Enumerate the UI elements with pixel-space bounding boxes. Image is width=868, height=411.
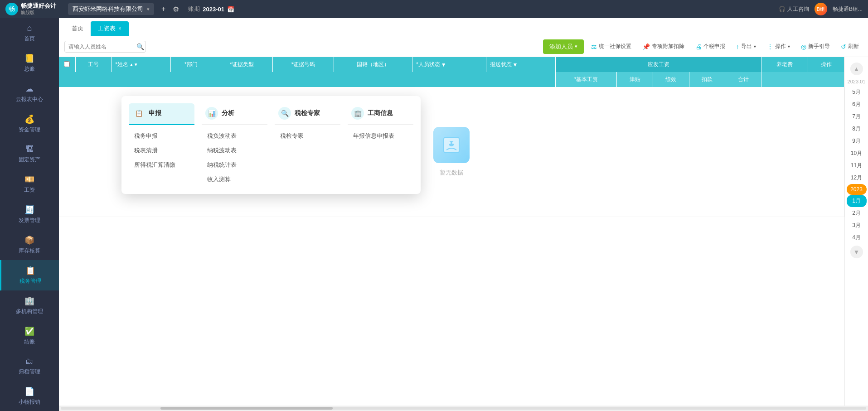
content-area: 工号 *姓名 ▲▼ *部门 *证据类型 *证据号码 国籍（地区） — [59, 57, 868, 406]
sidebar-item-tax[interactable]: 📋 税务管理 — [0, 260, 59, 290]
period-info: 账期 2023-01 📅 — [188, 5, 234, 13]
menu-item-tax-stats[interactable]: 纳税统计表 — [202, 158, 267, 172]
menu-item-tax-burden[interactable]: 税负波动表 — [202, 129, 267, 143]
filter-icon: ▼ — [441, 62, 446, 68]
svg-point-1 — [449, 141, 454, 146]
timeline-month-7[interactable]: 7月 — [847, 111, 867, 123]
dropdown-section-tax-expert: 🔍 税检专家 税检专家 — [275, 103, 340, 187]
tab-salary[interactable]: 工资表 × — [91, 21, 129, 36]
guide-button[interactable]: ◎ 新手引导 — [797, 41, 834, 52]
filter-icon: ▼ — [513, 62, 518, 68]
search-input[interactable] — [68, 44, 136, 50]
checkbox-all-header — [59, 57, 75, 72]
app-edition: 旗舰版 — [21, 10, 56, 16]
top-header: 畅 畅捷通好会计 旗舰版 西安虾米网络科技有限公司 ▾ + ⚙ 账期 2023-… — [0, 0, 868, 18]
refresh-button[interactable]: ↺ 刷新 — [837, 41, 863, 52]
timeline-year-2023[interactable]: 2023 — [847, 184, 867, 195]
social-security-button[interactable]: ⚖ 统一社保设置 — [587, 41, 635, 52]
section-header-analysis: 📊 分析 — [202, 103, 267, 125]
section-header-tax-expert: 🔍 税检专家 — [275, 103, 340, 125]
sidebar-item-salary[interactable]: 💴 工资 — [0, 169, 59, 199]
sidebar-item-home[interactable]: ⌂ 首页 — [0, 18, 59, 48]
timeline-month-9[interactable]: 9月 — [847, 135, 867, 147]
add-company-button[interactable]: + — [160, 3, 167, 15]
col-id: 工号 — [75, 57, 112, 72]
col-pension: 养老费 — [761, 57, 808, 72]
menu-item-income-tax-settlement[interactable]: 所得税汇算清缴 — [129, 158, 194, 172]
tab-home[interactable]: 首页 — [64, 21, 91, 36]
timeline-month-6[interactable]: 6月 — [847, 98, 867, 111]
headset-icon: 🎧 — [779, 6, 786, 12]
timeline-month-5[interactable]: 5月 — [847, 86, 867, 98]
guide-icon: ◎ — [801, 43, 806, 50]
timeline-month-2[interactable]: 2月 — [847, 207, 867, 219]
select-all-checkbox[interactable] — [64, 61, 70, 67]
menu-item-annual-report[interactable]: 年报信息申报表 — [348, 129, 413, 143]
sub-total: 合计 — [725, 72, 761, 87]
sidebar-item-cloud[interactable]: ☁ 云报表中心 — [0, 78, 59, 109]
timeline-month-1[interactable]: 1月 — [847, 195, 867, 207]
menu-item-income-estimate[interactable]: 收入测算 — [202, 172, 267, 187]
col-id-no: *证据号码 — [272, 57, 334, 72]
col-region: 国籍（地区） — [334, 57, 412, 72]
home-icon: ⌂ — [27, 24, 32, 33]
customer-service-button[interactable]: 🎧 人工咨询 — [779, 5, 809, 13]
search-icon: 🔍 — [136, 43, 144, 50]
section-header-business-info: 🏢 工商信息 — [348, 103, 413, 125]
menu-item-tax-expert[interactable]: 税检专家 — [275, 129, 340, 143]
company-selector[interactable]: 西安虾米网络科技有限公司 ▾ — [68, 3, 154, 15]
operations-icon: ⋮ — [767, 43, 773, 50]
settings-icon[interactable]: ⚙ — [171, 3, 181, 15]
logo-icon: 畅 — [5, 3, 18, 15]
user-name[interactable]: 畅捷通B组... — [833, 5, 863, 13]
tax-declaration-button[interactable]: 🖨 个税申报 — [692, 41, 729, 52]
main-content: 首页 工资表 × 🔍 添加人员 ▾ ⚖ 统一社保设置 📌 — [59, 18, 868, 411]
section-header-declaration: 📋 申报 — [129, 103, 194, 125]
export-button[interactable]: ↑ 导出 ▾ — [732, 41, 760, 52]
sub-basic: *基本工资 — [555, 72, 616, 87]
sidebar-item-label: 库存核算 — [19, 247, 40, 255]
special-deduction-button[interactable]: 📌 专项附加扣除 — [639, 41, 688, 52]
sidebar-item-settlement[interactable]: ✅ 结账 — [0, 321, 59, 351]
timeline-month-10[interactable]: 10月 — [847, 147, 867, 160]
chevron-down-icon: ▾ — [754, 44, 756, 49]
timeline-month-8[interactable]: 8月 — [847, 123, 867, 135]
timeline-month-11[interactable]: 11月 — [847, 160, 867, 172]
add-person-button[interactable]: 添加人员 ▾ — [543, 39, 584, 54]
close-icon[interactable]: × — [118, 25, 121, 32]
header-actions: + ⚙ — [160, 3, 181, 15]
sidebar-item-funds[interactable]: 💰 资金管理 — [0, 109, 59, 139]
timeline-year-label: 2023.01 — [848, 77, 866, 86]
sidebar-item-ledger[interactable]: 📒 总账 — [0, 48, 59, 78]
menu-item-tax-book[interactable]: 税表清册 — [129, 143, 194, 158]
scroll-thumb[interactable] — [160, 407, 333, 410]
operations-label: 操作 — [775, 43, 786, 50]
sidebar-item-invoice[interactable]: 🧾 发票管理 — [0, 199, 59, 230]
timeline-month-3[interactable]: 3月 — [847, 219, 867, 232]
sidebar-item-label: 资金管理 — [19, 126, 40, 134]
sidebar-item-label: 税务管理 — [19, 277, 41, 285]
sidebar-item-report[interactable]: 📄 小畅报销 — [0, 381, 59, 411]
operations-button[interactable]: ⋮ 操作 ▾ — [763, 41, 794, 52]
settlement-icon: ✅ — [24, 326, 34, 336]
timeline-down-button[interactable]: ▼ — [850, 246, 863, 258]
timeline-month-4[interactable]: 4月 — [847, 232, 867, 244]
menu-item-tax-declaration[interactable]: 税务申报 — [129, 129, 194, 143]
dropdown-section-business-info: 🏢 工商信息 年报信息申报表 — [348, 103, 413, 187]
tab-salary-label: 工资表 — [98, 24, 116, 33]
timeline-up-button[interactable]: ▲ — [850, 63, 863, 75]
sidebar-item-assets[interactable]: 🏗 固定资产 — [0, 139, 59, 169]
sidebar-item-inventory[interactable]: 📦 库存核算 — [0, 230, 59, 260]
horizontal-scrollbar[interactable] — [59, 406, 868, 411]
social-security-label: 统一社保设置 — [599, 43, 631, 50]
sidebar-item-archive[interactable]: 🗂 归档管理 — [0, 351, 59, 381]
calendar-icon[interactable]: 📅 — [227, 6, 234, 13]
timeline-month-12[interactable]: 12月 — [847, 172, 867, 184]
sort-icon: ▲▼ — [129, 63, 138, 67]
service-label: 人工咨询 — [787, 5, 809, 13]
sidebar-item-multi-org[interactable]: 🏢 多机构管理 — [0, 290, 59, 321]
sidebar-item-label: 发票管理 — [19, 217, 40, 224]
sidebar-item-label: 工资 — [24, 186, 35, 194]
assets-icon: 🏗 — [25, 145, 34, 154]
menu-item-tax-wave[interactable]: 纳税波动表 — [202, 143, 267, 158]
